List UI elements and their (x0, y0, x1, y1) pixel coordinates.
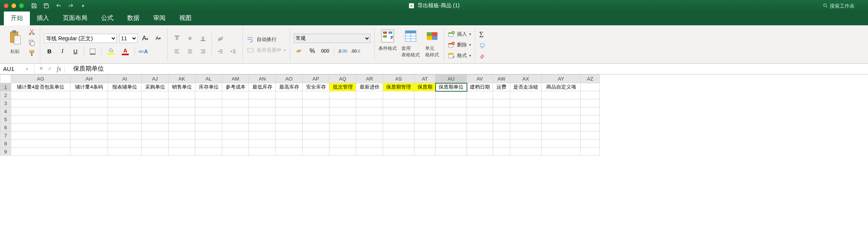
cell-AP1[interactable]: 安全库存 (303, 83, 329, 91)
column-header-AI[interactable]: AI (108, 75, 142, 83)
cell-AI3[interactable] (108, 99, 142, 107)
cell-AO8[interactable] (276, 140, 303, 148)
cell-AR4[interactable] (356, 107, 383, 115)
cell-AN1[interactable]: 最低库存 (249, 83, 276, 91)
cell-AH7[interactable] (70, 132, 108, 140)
cell-AK7[interactable] (169, 132, 195, 140)
cell-AU8[interactable] (436, 140, 467, 148)
cell-AZ7[interactable] (581, 132, 600, 140)
cell-AQ1[interactable]: 批次管理 (329, 83, 356, 91)
cell-AJ2[interactable] (142, 91, 169, 99)
cell-AQ7[interactable] (329, 132, 356, 140)
cell-AP6[interactable] (303, 123, 329, 132)
cell-AG5[interactable] (11, 115, 70, 123)
align-right-icon[interactable] (198, 46, 208, 56)
cell-AS3[interactable] (383, 99, 414, 107)
cell-AV5[interactable] (467, 115, 493, 123)
cell-AK4[interactable] (169, 107, 195, 115)
cell-AV4[interactable] (467, 107, 493, 115)
row-header-7[interactable]: 7 (0, 132, 11, 140)
row-header-9[interactable]: 9 (0, 148, 11, 156)
cell-AU3[interactable] (436, 99, 467, 107)
font-size-select[interactable]: 11 (119, 34, 138, 43)
cell-AM3[interactable] (222, 99, 249, 107)
cell-AR6[interactable] (356, 123, 383, 132)
font-color-button[interactable]: A (119, 46, 131, 56)
search-input[interactable] (830, 3, 864, 9)
cell-AX4[interactable] (510, 107, 542, 115)
cell-AJ5[interactable] (142, 115, 169, 123)
cell-AW4[interactable] (493, 107, 510, 115)
cell-AG9[interactable] (11, 148, 70, 156)
cell-AT5[interactable] (414, 115, 436, 123)
cell-AN7[interactable] (249, 132, 276, 140)
cell-AY3[interactable] (542, 99, 581, 107)
cell-AK6[interactable] (169, 123, 195, 132)
cell-AS1[interactable]: 保质期管理 (383, 83, 414, 91)
cell-AN8[interactable] (249, 140, 276, 148)
select-all-corner[interactable] (0, 75, 11, 83)
search-sheet[interactable] (823, 3, 864, 9)
column-header-AK[interactable]: AK (169, 75, 195, 83)
cell-AH5[interactable] (70, 115, 108, 123)
cell-AQ4[interactable] (329, 107, 356, 115)
format-cells-button[interactable]: 格式▾ (448, 52, 471, 59)
cell-AS4[interactable] (383, 107, 414, 115)
cell-AL1[interactable]: 库存单位 (195, 83, 222, 91)
cell-AQ9[interactable] (329, 148, 356, 156)
cancel-formula-icon[interactable]: ✕ (39, 66, 43, 72)
column-header-AO[interactable]: AO (276, 75, 303, 83)
cell-AI1[interactable]: 报表辅单位 (108, 83, 142, 91)
cell-AI5[interactable] (108, 115, 142, 123)
cell-AP9[interactable] (303, 148, 329, 156)
column-header-AZ[interactable]: AZ (581, 75, 600, 83)
cell-AX3[interactable] (510, 99, 542, 107)
cell-AY7[interactable] (542, 132, 581, 140)
cell-AX9[interactable] (510, 148, 542, 156)
cell-AP2[interactable] (303, 91, 329, 99)
cell-AR1[interactable]: 最新进价 (356, 83, 383, 91)
cell-AP3[interactable] (303, 99, 329, 107)
row-header-4[interactable]: 4 (0, 107, 11, 115)
cell-AR8[interactable] (356, 140, 383, 148)
underline-button[interactable]: U (70, 46, 81, 56)
cell-AK9[interactable] (169, 148, 195, 156)
bold-button[interactable]: B (44, 46, 55, 56)
cell-AT6[interactable] (414, 123, 436, 132)
border-button[interactable] (87, 46, 98, 56)
cell-AS7[interactable] (383, 132, 414, 140)
cell-AV7[interactable] (467, 132, 493, 140)
cell-AH8[interactable] (70, 140, 108, 148)
cell-AT7[interactable] (414, 132, 436, 140)
cell-AV6[interactable] (467, 123, 493, 132)
maximize-window-button[interactable] (19, 3, 24, 8)
tab-view[interactable]: 视图 (172, 11, 198, 25)
cell-AH6[interactable] (70, 123, 108, 132)
cell-AW2[interactable] (493, 91, 510, 99)
cell-AZ6[interactable] (581, 123, 600, 132)
cell-AV3[interactable] (467, 99, 493, 107)
cell-AM5[interactable] (222, 115, 249, 123)
cell-AL7[interactable] (195, 132, 222, 140)
tab-data[interactable]: 数据 (120, 11, 146, 25)
cell-AS6[interactable] (383, 123, 414, 132)
cell-AY1[interactable]: 商品自定义项 (542, 83, 581, 91)
minimize-window-button[interactable] (11, 3, 16, 8)
cell-AG3[interactable] (11, 99, 70, 107)
tab-insert[interactable]: 插入 (30, 11, 56, 25)
cut-icon[interactable] (28, 28, 36, 36)
cell-AM6[interactable] (222, 123, 249, 132)
cell-AH3[interactable] (70, 99, 108, 107)
cell-AM8[interactable] (222, 140, 249, 148)
column-header-AX[interactable]: AX (510, 75, 542, 83)
increase-decimal-icon[interactable]: .0.00 (337, 46, 348, 56)
merge-center-button[interactable]: 合并后居中 ▾ (247, 46, 286, 54)
cell-AK2[interactable] (169, 91, 195, 99)
align-bottom-icon[interactable] (198, 33, 208, 43)
tab-page-layout[interactable]: 页面布局 (56, 11, 94, 25)
format-painter-icon[interactable] (28, 49, 36, 58)
row-header-6[interactable]: 6 (0, 123, 11, 132)
cell-AZ2[interactable] (581, 91, 600, 99)
cell-AT3[interactable] (414, 99, 436, 107)
cell-AJ1[interactable]: 采购单位 (142, 83, 169, 91)
